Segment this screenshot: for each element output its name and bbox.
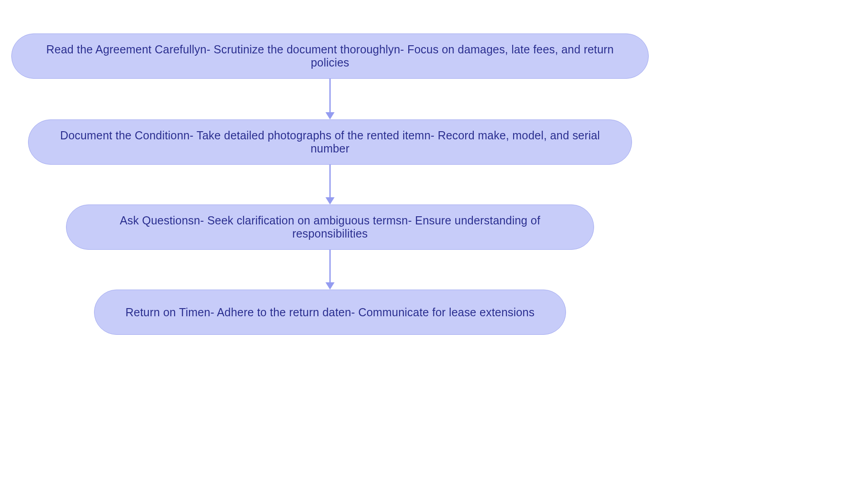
arrow-head-icon (326, 197, 335, 205)
arrow-line-icon (330, 79, 331, 112)
flowchart-node-3: Ask Questionsn- Seek clarification on am… (66, 205, 594, 250)
flowchart-node-2: Document the Conditionn- Take detailed p… (28, 119, 632, 165)
arrow-head-icon (326, 112, 335, 119)
arrow-line-icon (330, 250, 331, 282)
node-3-text: Ask Questionsn- Seek clarification on am… (85, 214, 576, 240)
node-1-text: Read the Agreement Carefullyn- Scrutiniz… (30, 43, 630, 69)
flowchart-node-1: Read the Agreement Carefullyn- Scrutiniz… (11, 33, 649, 79)
flowchart-container: Read the Agreement Carefullyn- Scrutiniz… (0, 0, 868, 490)
node-4-text: Return on Timen- Adhere to the return da… (126, 306, 535, 319)
arrow-head-icon (326, 282, 335, 290)
arrow-line-icon (330, 165, 331, 197)
node-2-text: Document the Conditionn- Take detailed p… (47, 129, 613, 155)
flowchart-node-4: Return on Timen- Adhere to the return da… (94, 290, 566, 335)
